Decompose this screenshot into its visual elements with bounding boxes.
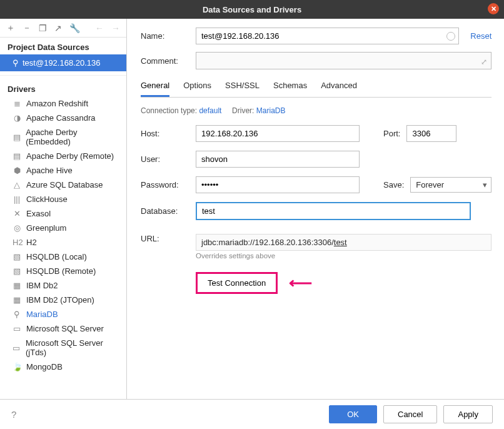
driver-link[interactable]: MariaDB: [256, 106, 286, 115]
drivers-list: ≣Amazon Redshift◑Apache Cassandra▤Apache…: [0, 96, 126, 399]
close-icon[interactable]: ✕: [488, 3, 499, 14]
ok-button[interactable]: OK: [329, 405, 377, 423]
driver-label: Azure SQL Database: [26, 180, 103, 189]
url-db: test: [334, 238, 347, 247]
reset-link[interactable]: Reset: [470, 31, 491, 41]
url-prefix: jdbc:mariadb://192.168.20.136:3306/: [201, 238, 334, 247]
tab-schemas[interactable]: Schemas: [273, 77, 307, 97]
user-input[interactable]: [196, 151, 360, 168]
sidebar-toolbar: ＋ － ❐ ↗ 🔧 ← →: [0, 19, 126, 38]
save-select[interactable]: Forever: [410, 177, 491, 193]
driver-icon: H2: [13, 238, 21, 247]
driver-icon: ◎: [13, 223, 21, 233]
conn-type-label: Connection type:: [141, 106, 197, 115]
driver-icon: ⬢: [13, 166, 21, 175]
comment-input[interactable]: ⤢: [196, 52, 491, 69]
password-input[interactable]: [196, 176, 360, 193]
database-input[interactable]: [196, 202, 471, 220]
driver-item[interactable]: ▧HSQLDB (Remote): [0, 264, 126, 278]
driver-item[interactable]: ⚲MariaDB: [0, 307, 126, 321]
driver-item[interactable]: △Azure SQL Database: [0, 178, 126, 192]
driver-icon: ▤: [13, 151, 21, 161]
import-icon[interactable]: ↗: [54, 23, 62, 33]
forward-icon[interactable]: →: [111, 23, 120, 33]
driver-label: Exasol: [26, 209, 51, 218]
drivers-header: Drivers: [0, 75, 126, 96]
password-label: Password:: [141, 180, 196, 189]
url-display[interactable]: jdbc:mariadb://192.168.20.136:3306/test: [196, 234, 491, 251]
driver-label: Greenplum: [26, 223, 66, 233]
tab-advanced[interactable]: Advanced: [321, 77, 357, 97]
driver-label: Apache Derby (Remote): [26, 151, 114, 161]
window-title: Data Sources and Drivers: [203, 5, 301, 14]
titlebar: Data Sources and Drivers ✕: [0, 0, 504, 19]
tab-general[interactable]: General: [141, 77, 169, 97]
url-hint: Overrides settings above: [196, 252, 491, 260]
driver-icon: 🍃: [13, 362, 21, 371]
driver-item[interactable]: ▧HSQLDB (Local): [0, 250, 126, 264]
driver-label: MongoDB: [26, 362, 63, 371]
driver-item[interactable]: |||ClickHouse: [0, 192, 126, 206]
apply-button[interactable]: Apply: [443, 405, 493, 423]
driver-label: Microsoft SQL Server: [26, 324, 104, 333]
driver-item[interactable]: ▤Apache Derby (Embedded): [0, 125, 126, 149]
driver-item[interactable]: ▤Apache Derby (Remote): [0, 149, 126, 163]
database-label: Database:: [141, 206, 196, 216]
back-icon[interactable]: ←: [95, 23, 104, 33]
driver-label: ClickHouse: [26, 194, 68, 204]
port-label: Port:: [383, 129, 400, 138]
host-label: Host:: [141, 129, 196, 138]
driver-item[interactable]: ▦IBM Db2: [0, 278, 126, 293]
driver-label: IBM Db2: [26, 281, 58, 290]
driver-item[interactable]: 🍃MongoDB: [0, 360, 126, 374]
copy-icon[interactable]: ❐: [39, 23, 47, 33]
expand-icon[interactable]: ⤢: [481, 58, 487, 66]
driver-label: Apache Cassandra: [26, 113, 96, 123]
driver-item[interactable]: ◎Greenplum: [0, 221, 126, 235]
save-label: Save:: [383, 180, 404, 189]
test-connection-button[interactable]: Test Connection: [196, 272, 278, 294]
data-source-label: test@192.168.20.136: [23, 58, 101, 68]
color-picker-icon[interactable]: [446, 32, 455, 41]
driver-icon: ≣: [13, 99, 21, 108]
driver-item[interactable]: ≣Amazon Redshift: [0, 96, 126, 111]
driver-label: MariaDB: [26, 310, 58, 319]
name-input[interactable]: [196, 28, 459, 44]
driver-item[interactable]: ⬢Apache Hive: [0, 163, 126, 178]
driver-label: Driver:: [232, 106, 254, 115]
settings-icon[interactable]: 🔧: [69, 23, 80, 33]
driver-icon: ▭: [13, 343, 21, 353]
driver-label: Amazon Redshift: [26, 99, 88, 108]
tab-ssh[interactable]: SSH/SSL: [225, 77, 260, 97]
driver-item[interactable]: ▦IBM Db2 (JTOpen): [0, 293, 126, 307]
data-sources-header: Project Data Sources: [0, 38, 126, 54]
tab-options[interactable]: Options: [183, 77, 211, 97]
conn-type-link[interactable]: default: [199, 106, 221, 115]
driver-item[interactable]: H2H2: [0, 235, 126, 250]
port-input[interactable]: [406, 125, 456, 142]
driver-item[interactable]: ✕Exasol: [0, 206, 126, 221]
tabs: General Options SSH/SSL Schemas Advanced: [141, 77, 491, 98]
driver-label: Apache Derby (Embedded): [26, 128, 119, 146]
driver-icon: ▤: [13, 133, 21, 142]
driver-icon: ▧: [13, 252, 21, 261]
driver-icon: △: [13, 180, 21, 189]
driver-icon: ▦: [13, 281, 21, 290]
add-icon[interactable]: ＋: [6, 23, 15, 34]
driver-icon: |||: [13, 194, 21, 204]
driver-label: HSQLDB (Local): [26, 252, 87, 261]
driver-label: Apache Hive: [26, 166, 73, 175]
driver-icon: ✕: [13, 209, 21, 218]
host-input[interactable]: [196, 125, 360, 142]
help-icon[interactable]: ?: [11, 409, 16, 420]
user-label: User:: [141, 154, 196, 164]
cancel-button[interactable]: Cancel: [383, 405, 437, 423]
driver-item[interactable]: ◑Apache Cassandra: [0, 111, 126, 125]
driver-label: HSQLDB (Remote): [26, 266, 96, 276]
remove-icon[interactable]: －: [23, 23, 31, 34]
arrow-annotation: ⟵: [289, 273, 312, 293]
data-source-item[interactable]: ⚲ test@192.168.20.136: [0, 54, 126, 71]
driver-item[interactable]: ▭Microsoft SQL Server (jTds): [0, 336, 126, 360]
driver-item[interactable]: ▭Microsoft SQL Server: [0, 321, 126, 336]
driver-label: H2: [26, 238, 37, 247]
